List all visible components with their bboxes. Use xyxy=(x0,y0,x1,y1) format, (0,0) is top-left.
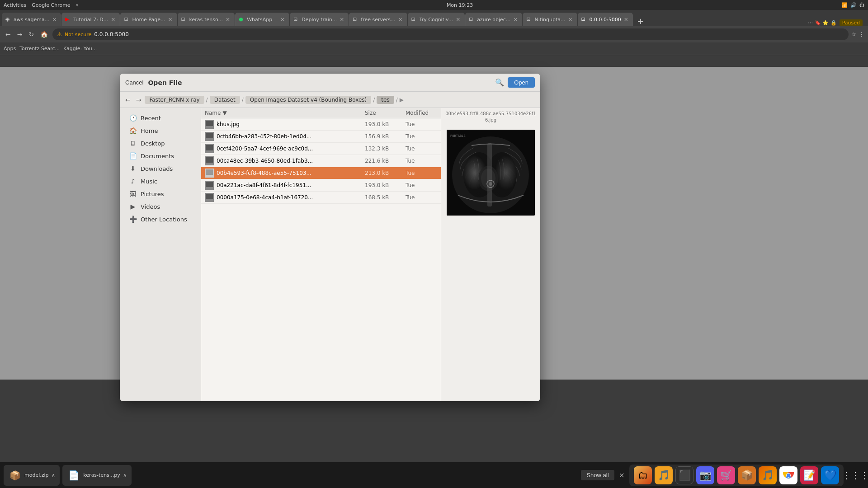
path-pill-faster-rcnn[interactable]: Faster_RCNN-x ray xyxy=(145,96,204,104)
tab-close-btn[interactable]: × xyxy=(339,15,345,23)
tab-favicon: ▶ xyxy=(65,16,71,23)
more-menu-btn[interactable]: ⋮ xyxy=(859,31,864,38)
tab-try-cognitive[interactable]: ⊡ Try Cognitiv... × xyxy=(408,13,465,26)
tab-close-btn[interactable]: × xyxy=(167,15,173,23)
file-row[interactable]: 0cef4200-5aa7-4cef-969c-ac9c0d... 132.3 … xyxy=(201,143,441,155)
svg-rect-3 xyxy=(206,133,213,138)
forward-btn[interactable]: → xyxy=(15,30,24,39)
sidebar-label-other: Other Locations xyxy=(141,216,187,223)
dialog-search-icon[interactable]: 🔍 xyxy=(495,78,504,87)
file-size: 193.0 kB xyxy=(365,121,406,127)
tab-close-btn[interactable]: × xyxy=(567,15,574,23)
col-size-header[interactable]: Size xyxy=(365,110,406,116)
tab-localhost[interactable]: ⊡ 0.0.0.0:5000 × xyxy=(578,13,633,26)
dock-archive-icon[interactable]: 📦 xyxy=(738,466,756,484)
dock-photos-icon[interactable]: 📷 xyxy=(696,466,714,484)
home-icon: 🏠 xyxy=(129,127,137,134)
dialog-body: 🕐 Recent 🏠 Home 🖥 Desktop 📄 Documents ⬇ xyxy=(120,108,540,401)
dock-chrome-icon[interactable] xyxy=(779,466,797,484)
file-name: khus.jpg xyxy=(217,121,365,127)
sidebar-item-documents[interactable]: 📄 Documents xyxy=(122,150,199,162)
sidebar-item-pictures[interactable]: 🖼 Pictures xyxy=(122,188,199,200)
sidebar-label-recent: Recent xyxy=(141,115,161,122)
file-thumbnail-icon xyxy=(205,132,214,141)
tab-close-btn[interactable]: × xyxy=(623,15,629,23)
bookmark-star[interactable]: ☆ xyxy=(851,31,856,38)
bookmark-kaggle[interactable]: Kaggle: You... xyxy=(63,46,97,52)
system-topbar: Activities Google Chrome ▾ Mon 19:23 📶 🔊… xyxy=(0,0,868,10)
file-row-selected[interactable]: 00b4e593-fcf8-488c-ae55-75103... 213.0 k… xyxy=(201,167,441,179)
dock-music-icon[interactable]: 🎵 xyxy=(655,466,673,484)
tab-close-btn[interactable]: × xyxy=(110,15,116,23)
taskbar-model-close[interactable]: ∧ xyxy=(52,472,56,479)
music-icon: ♪ xyxy=(129,178,137,185)
taskbar-keras-close[interactable]: ∧ xyxy=(123,472,127,479)
col-modified-header[interactable]: Modified xyxy=(406,110,437,116)
path-pill-tes[interactable]: tes xyxy=(377,96,394,104)
tab-close-btn[interactable]: × xyxy=(51,15,57,23)
dock-vscode-icon[interactable]: 💙 xyxy=(821,466,839,484)
new-tab-btn[interactable]: + xyxy=(635,15,646,26)
cancel-button[interactable]: Cancel xyxy=(125,79,143,86)
open-button[interactable]: Open xyxy=(508,77,535,88)
tab-whatsapp[interactable]: ● WhatsApp × xyxy=(235,13,289,26)
bookmark-apps[interactable]: Apps xyxy=(4,46,16,52)
back-btn[interactable]: ← xyxy=(4,30,13,39)
home-nav-btn[interactable]: 🏠 xyxy=(38,30,50,39)
dock-software-icon[interactable]: 🛒 xyxy=(717,466,735,484)
browser-menu-btn[interactable]: Google Chrome xyxy=(32,2,70,8)
taskbar-download-model[interactable]: 📦 model.zip ∧ xyxy=(4,465,60,486)
taskbar-download-keras[interactable]: 📄 keras-tens...py ∧ xyxy=(62,465,131,486)
tab-close-btn[interactable]: × xyxy=(279,15,286,23)
path-back-btn[interactable]: ← xyxy=(123,95,132,104)
sidebar-item-recent[interactable]: 🕐 Recent xyxy=(122,112,199,124)
tab-keras[interactable]: ⊡ keras-tenso... × xyxy=(178,13,235,26)
path-forward-btn[interactable]: → xyxy=(134,95,143,104)
file-row[interactable]: 0000a175-0e68-4ca4-b1af-16720... 168.5 k… xyxy=(201,192,441,204)
dock-audio-icon[interactable]: 🎵 xyxy=(759,466,777,484)
tab-niting[interactable]: ⊡ Nitingupta... × xyxy=(523,13,577,26)
address-right: ☆ ⋮ xyxy=(851,31,864,38)
file-thumbnail-icon xyxy=(205,144,214,153)
tab-deploy[interactable]: ⊡ Deploy train... × xyxy=(290,13,349,26)
dock-terminal-icon[interactable]: ⬛ xyxy=(675,466,693,484)
sidebar-item-videos[interactable]: ▶ Videos xyxy=(122,200,199,213)
sidebar-item-music[interactable]: ♪ Music xyxy=(122,175,199,188)
file-row[interactable]: 00ca48ec-39b3-4650-80ed-1fab3... 221.6 k… xyxy=(201,155,441,167)
file-dialog: Cancel Open File 🔍 Open ← → Faster_RCNN-… xyxy=(120,74,540,401)
refresh-btn[interactable]: ↻ xyxy=(27,30,36,39)
activities-btn[interactable]: Activities xyxy=(4,2,26,8)
path-pill-dataset[interactable]: Dataset xyxy=(210,96,240,104)
app-grid-btn[interactable]: ⋮⋮⋮ xyxy=(846,466,864,484)
col-name-header[interactable]: Name ▼ xyxy=(205,110,365,116)
file-list-body: khus.jpg 193.0 kB Tue 0cfb46bb-a283-452f… xyxy=(201,118,441,401)
sidebar-item-downloads[interactable]: ⬇ Downloads xyxy=(122,162,199,175)
sidebar-item-other-locations[interactable]: ➕ Other Locations xyxy=(122,213,199,225)
show-all-button[interactable]: Show all xyxy=(581,470,614,480)
file-row[interactable]: 0cfb46bb-a283-452f-80eb-1ed04... 156.9 k… xyxy=(201,131,441,143)
tab-close-btn[interactable]: × xyxy=(512,15,519,23)
extensions-area: ⋯ 🔖 ⭐ 🔒 xyxy=(808,20,837,26)
tab-favicon: ⊡ xyxy=(526,16,533,23)
file-row[interactable]: khus.jpg 193.0 kB Tue xyxy=(201,118,441,131)
tab-home[interactable]: ⊡ Home Page... × xyxy=(120,13,177,26)
file-modified: Tue xyxy=(406,182,437,188)
tab-aws[interactable]: ◉ aws sagema... × xyxy=(2,13,61,26)
sidebar-item-home[interactable]: 🏠 Home xyxy=(122,124,199,137)
path-pill-open-images[interactable]: Open Images Dataset v4 (Bounding Boxes) xyxy=(245,96,372,104)
browser-chrome: ◉ aws sagema... × ▶ Tutorial 7: D... × ⊡… xyxy=(0,10,868,55)
tab-close-btn[interactable]: × xyxy=(225,15,231,23)
tab-free-servers[interactable]: ⊡ free servers... × xyxy=(349,13,407,26)
tab-azure[interactable]: ⊡ azure objec... × xyxy=(465,13,522,26)
dock-eritask-icon[interactable]: 📝 xyxy=(800,466,818,484)
sidebar-item-desktop[interactable]: 🖥 Desktop xyxy=(122,137,199,150)
tab-close-btn[interactable]: × xyxy=(455,15,461,23)
tab-tutorial[interactable]: ▶ Tutorial 7: D... × xyxy=(61,13,120,26)
bookmark-torrentz[interactable]: Torrentz Searc... xyxy=(19,46,60,52)
file-row[interactable]: 00a221ac-da8f-4f61-8d4f-fc1951... 193.0 … xyxy=(201,179,441,192)
tab-close-btn[interactable]: × xyxy=(397,15,404,23)
tab-title: free servers... xyxy=(361,17,395,23)
downloads-close-btn[interactable]: × xyxy=(617,471,627,479)
url-bar[interactable]: ⚠ Not secure 0.0.0.0:5000 xyxy=(52,28,849,40)
dock-files-icon[interactable]: 🗂 xyxy=(634,466,652,484)
